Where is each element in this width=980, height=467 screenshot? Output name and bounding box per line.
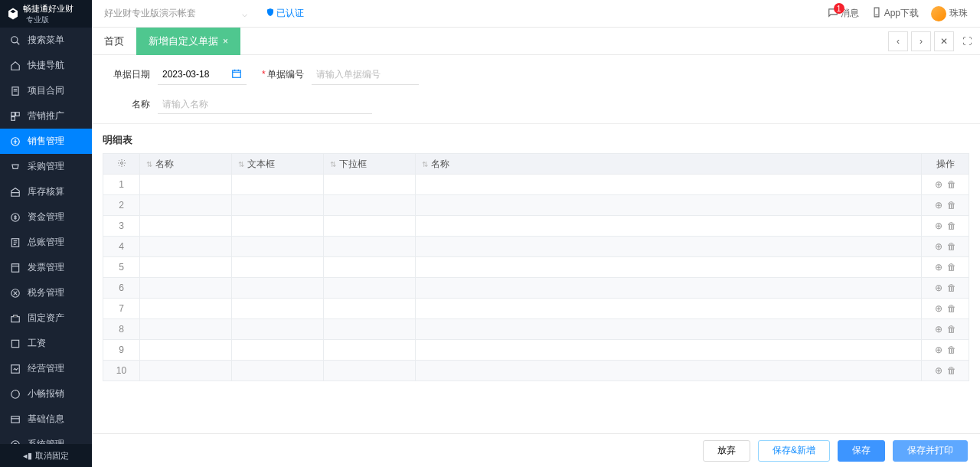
save-print-button[interactable]: 保存并打印 [893,440,968,462]
docno-input[interactable] [312,65,419,85]
sidebar-item-5[interactable]: 采购管理 [0,154,92,179]
sidebar-item-4[interactable]: 销售管理 [0,129,92,154]
cell[interactable] [140,257,232,278]
cell[interactable] [324,319,416,340]
add-row-icon[interactable]: ⊕ [935,303,942,314]
sidebar-item-10[interactable]: 税务管理 [0,280,92,305]
tab-1[interactable]: 新增自定义单据× [136,28,240,55]
cell[interactable] [232,340,324,361]
cell[interactable] [324,195,416,216]
cell[interactable] [232,195,324,216]
cell[interactable] [324,216,416,237]
table-row[interactable]: 4⊕🗑 [103,237,969,257]
sidebar-item-13[interactable]: 经营管理 [0,356,92,381]
tab-prev-button[interactable]: ‹ [888,31,908,51]
cell[interactable] [324,257,416,278]
cell[interactable] [232,299,324,319]
add-row-icon[interactable]: ⊕ [935,241,942,252]
table-row[interactable]: 2⊕🗑 [103,195,969,216]
cell[interactable] [324,237,416,257]
sidebar-item-8[interactable]: 总账管理 [0,230,92,255]
cell[interactable] [232,216,324,237]
messages-button[interactable]: 消息 1 [828,7,859,20]
add-row-icon[interactable]: ⊕ [935,324,942,335]
delete-row-icon[interactable]: 🗑 [947,241,956,252]
sidebar-item-9[interactable]: 发票管理 [0,255,92,280]
column-header-0[interactable]: ⇅名称 [140,154,232,175]
cell[interactable] [416,257,922,278]
download-button[interactable]: App下载 [871,7,919,20]
add-row-icon[interactable]: ⊕ [935,365,942,376]
add-row-icon[interactable]: ⊕ [935,220,942,231]
table-settings-header[interactable] [103,154,140,175]
add-row-icon[interactable]: ⊕ [935,179,942,190]
cell[interactable] [232,319,324,340]
table-row[interactable]: 8⊕🗑 [103,319,969,340]
cell[interactable] [140,175,232,195]
sidebar-item-0[interactable]: 搜索菜单 [0,28,92,53]
save-new-button[interactable]: 保存&新增 [758,440,830,462]
delete-row-icon[interactable]: 🗑 [947,365,956,376]
sidebar-item-16[interactable]: 系统管理 [0,432,92,444]
column-header-2[interactable]: ⇅下拉框 [324,154,416,175]
column-header-1[interactable]: ⇅文本框 [232,154,324,175]
cell[interactable] [232,237,324,257]
cell[interactable] [416,361,922,381]
cell[interactable] [324,361,416,381]
cell[interactable] [416,237,922,257]
delete-row-icon[interactable]: 🗑 [947,324,956,335]
cell[interactable] [416,340,922,361]
sidebar-item-6[interactable]: 库存核算 [0,179,92,204]
cell[interactable] [416,278,922,299]
cell[interactable] [232,175,324,195]
sidebar-item-12[interactable]: 工资 [0,331,92,356]
cell[interactable] [416,299,922,319]
cell[interactable] [140,299,232,319]
cell[interactable] [140,361,232,381]
add-row-icon[interactable]: ⊕ [935,262,942,273]
sidebar-item-14[interactable]: 小畅报销 [0,381,92,407]
cell[interactable] [140,237,232,257]
cell[interactable] [324,278,416,299]
sidebar-item-2[interactable]: 项目合同 [0,78,92,103]
tab-close-all-button[interactable]: ✕ [934,31,954,51]
sidebar-item-15[interactable]: 基础信息 [0,407,92,432]
table-row[interactable]: 9⊕🗑 [103,340,969,361]
column-header-3[interactable]: ⇅名称 [416,154,922,175]
delete-row-icon[interactable]: 🗑 [947,345,956,355]
cell[interactable] [140,278,232,299]
save-button[interactable]: 保存 [838,440,885,462]
cell[interactable] [140,195,232,216]
sidebar-item-1[interactable]: 快捷导航 [0,53,92,78]
delete-row-icon[interactable]: 🗑 [947,282,956,293]
cell[interactable] [324,340,416,361]
sidebar-collapse-button[interactable]: ◂▮ 取消固定 [0,444,92,467]
tab-0[interactable]: 首页 [92,28,136,55]
cell[interactable] [416,175,922,195]
fullscreen-button[interactable]: ⛶ [957,31,977,51]
cell[interactable] [140,319,232,340]
user-menu[interactable]: 珠珠 [931,6,968,21]
account-selector[interactable]: 好业财专业版演示帐套 ⌵ [104,7,247,20]
sidebar-item-3[interactable]: 营销推广 [0,103,92,129]
table-row[interactable]: 5⊕🗑 [103,257,969,278]
sidebar-item-11[interactable]: 固定资产 [0,305,92,331]
sidebar-item-7[interactable]: 资金管理 [0,204,92,230]
delete-row-icon[interactable]: 🗑 [947,220,956,231]
table-row[interactable]: 7⊕🗑 [103,299,969,319]
cell[interactable] [232,257,324,278]
add-row-icon[interactable]: ⊕ [935,345,942,355]
name-input[interactable] [158,94,372,114]
cell[interactable] [232,361,324,381]
cell[interactable] [232,278,324,299]
date-input[interactable] [158,64,227,84]
table-row[interactable]: 10⊕🗑 [103,361,969,381]
close-icon[interactable]: × [223,36,228,47]
cell[interactable] [416,319,922,340]
table-row[interactable]: 6⊕🗑 [103,278,969,299]
discard-button[interactable]: 放弃 [703,440,750,462]
delete-row-icon[interactable]: 🗑 [947,179,956,190]
add-row-icon[interactable]: ⊕ [935,200,942,211]
delete-row-icon[interactable]: 🗑 [947,262,956,273]
add-row-icon[interactable]: ⊕ [935,282,942,293]
